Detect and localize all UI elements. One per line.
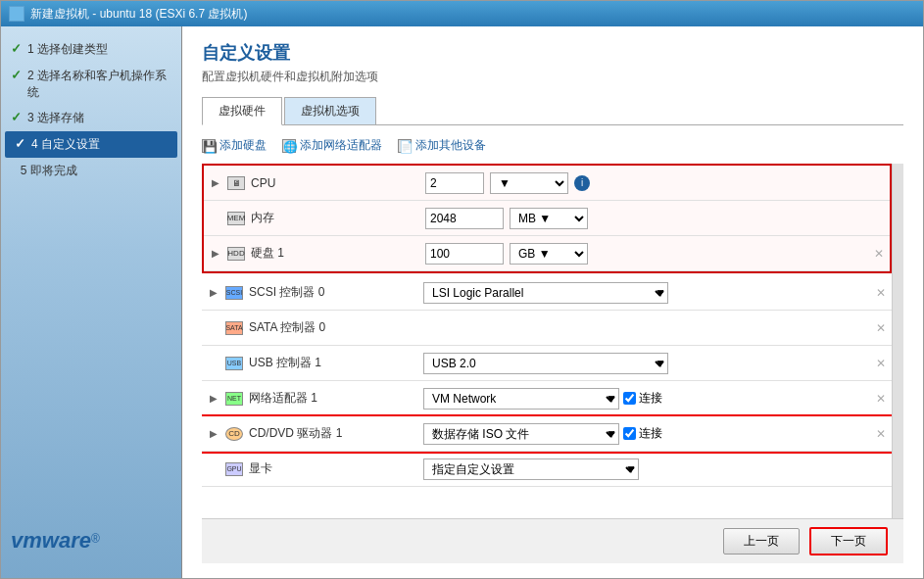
net1-connect-text: 连接 [639, 390, 662, 407]
hw-row-net1: ▶ NET 网络适配器 1 VM Network ▼ 连接 [202, 381, 892, 416]
prev-button[interactable]: 上一页 [723, 528, 800, 555]
cd1-remove[interactable]: ✕ [870, 427, 892, 441]
cpu-input[interactable] [425, 172, 484, 194]
footer: 上一页 下一页 [202, 518, 903, 563]
tab-vm-options[interactable]: 虚拟机选项 [284, 97, 376, 124]
add-disk-button[interactable]: 💾 添加硬盘 [202, 137, 267, 154]
usb1-remove[interactable]: ✕ [870, 357, 892, 370]
cd1-text: CD/DVD 驱动器 1 [249, 425, 342, 442]
disk1-text: 硬盘 1 [251, 245, 284, 262]
net1-icon: NET [225, 392, 243, 406]
usb1-select[interactable]: USB 2.0 [423, 353, 668, 374]
step5-label: 5 即将完成 [21, 163, 77, 179]
net1-select[interactable]: VM Network [423, 388, 619, 410]
usb1-value: USB 2.0 ▼ [417, 349, 870, 378]
hw-row-disk1: ▶ HDD 硬盘 1 GB ▼ ✕ [204, 236, 890, 271]
memory-icon: MEM [227, 212, 245, 225]
step4-label: 4 自定义设置 [31, 136, 100, 153]
scsi0-remove[interactable]: ✕ [870, 286, 892, 300]
disk1-value: GB ▼ [419, 239, 868, 268]
cd1-icon: CD [225, 427, 243, 441]
net1-value: VM Network ▼ 连接 [417, 384, 870, 413]
scsi0-select[interactable]: LSI Logic Parallel [423, 282, 668, 304]
panel-title: 自定义设置 [202, 41, 903, 65]
cd1-connect-checkbox[interactable] [623, 427, 636, 440]
add-network-label: 添加网络适配器 [300, 137, 382, 154]
sata0-remove[interactable]: ✕ [870, 321, 892, 335]
cd1-connect-label: 连接 [623, 425, 662, 442]
cd1-select[interactable]: 数据存储 ISO 文件 [423, 423, 619, 445]
net1-connect-checkbox[interactable] [623, 392, 636, 405]
cpu-text: CPU [251, 176, 275, 190]
cpu-value: ▼ i [419, 169, 868, 198]
next-button[interactable]: 下一页 [809, 527, 888, 555]
disk1-expand[interactable]: ▶ [212, 248, 219, 259]
sata0-text: SATA 控制器 0 [249, 319, 325, 336]
hw-row-memory: ▶ MEM 内存 MB ▼ [204, 201, 890, 236]
step4-check: ✓ [15, 136, 25, 151]
gpu-value: 指定自定义设置 ▼ [417, 455, 870, 484]
gpu-label: ▶ GPU 显卡 [202, 457, 417, 481]
window-icon [9, 6, 24, 22]
scsi0-value: LSI Logic Parallel ▼ [417, 278, 870, 308]
step1-label: 1 选择创建类型 [27, 41, 108, 58]
sidebar-item-step1[interactable]: ✓ 1 选择创建类型 [1, 36, 181, 63]
cpu-label: ▶ 🖥 CPU [204, 172, 419, 194]
net1-remove[interactable]: ✕ [870, 392, 892, 406]
cpu-icon: 🖥 [227, 176, 245, 190]
step1-check: ✓ [11, 41, 22, 56]
usb1-label: ▶ USB USB 控制器 1 [202, 351, 417, 375]
hw-row-usb1: ▶ USB USB 控制器 1 USB 2.0 ▼ ✕ [202, 346, 892, 381]
sidebar-item-step5[interactable]: 5 即将完成 [1, 158, 181, 184]
disk1-unit-select[interactable]: GB ▼ [510, 243, 588, 265]
cd1-expand[interactable]: ▶ [210, 428, 218, 439]
memory-unit-select[interactable]: MB ▼ [510, 208, 588, 229]
memory-input[interactable] [425, 208, 504, 229]
vmware-logo: vmware® [1, 513, 181, 568]
scrollbar[interactable] [892, 164, 903, 518]
add-network-button[interactable]: 🌐 添加网络适配器 [282, 137, 382, 154]
usb1-icon: USB [225, 357, 243, 370]
gpu-icon: GPU [225, 462, 243, 476]
sidebar-item-step4[interactable]: ✓ 4 自定义设置 [5, 131, 177, 158]
hw-row-cpu: ▶ 🖥 CPU ▼ i [204, 166, 890, 201]
title-bar: 新建虚拟机 - ubuntu 18 (ESXi 6.7 虚拟机) [1, 1, 923, 26]
usb1-text: USB 控制器 1 [249, 355, 321, 371]
sata0-label: ▶ SATA SATA 控制器 0 [202, 315, 417, 340]
hw-row-sata0: ▶ SATA SATA 控制器 0 ✕ [202, 311, 892, 346]
add-disk-icon: 💾 [202, 139, 216, 153]
gpu-text: 显卡 [249, 460, 272, 477]
sata0-icon: SATA [225, 321, 243, 335]
step3-check: ✓ [11, 110, 22, 124]
net1-label: ▶ NET 网络适配器 1 [202, 386, 417, 410]
hw-row-cd1: ▶ CD CD/DVD 驱动器 1 数据存储 ISO 文件 ▼ 连接 [202, 416, 892, 452]
cd1-connect-text: 连接 [639, 425, 662, 442]
sidebar-item-step3[interactable]: ✓ 3 选择存储 [1, 105, 181, 131]
step5-check [11, 163, 15, 177]
cpu-expand[interactable]: ▶ [212, 177, 219, 188]
cpu-select[interactable]: ▼ [490, 172, 568, 194]
add-disk-label: 添加硬盘 [219, 137, 267, 154]
hardware-table: ▶ 🖥 CPU ▼ i [202, 164, 903, 518]
tab-virtual-hardware[interactable]: 虚拟硬件 [202, 97, 282, 125]
sidebar-item-step2[interactable]: ✓ 2 选择名称和客户机操作系统 [1, 63, 181, 106]
right-panel: 自定义设置 配置虚拟机硬件和虚拟机附加选项 虚拟硬件 虚拟机选项 💾 添加硬盘 … [182, 26, 923, 578]
step2-label: 2 选择名称和客户机操作系统 [27, 68, 171, 101]
net1-expand[interactable]: ▶ [210, 393, 218, 404]
cpu-info-icon[interactable]: i [574, 175, 590, 191]
add-other-label: 添加其他设备 [415, 137, 486, 154]
hw-row-gpu: ▶ GPU 显卡 指定自定义设置 ▼ [202, 452, 892, 487]
disk1-input[interactable] [425, 243, 504, 265]
disk1-label: ▶ HDD 硬盘 1 [204, 241, 419, 265]
cd1-value: 数据存储 ISO 文件 ▼ 连接 [417, 419, 870, 449]
panel-subtitle: 配置虚拟机硬件和虚拟机附加选项 [202, 69, 903, 85]
disk1-remove[interactable]: ✕ [868, 247, 890, 261]
scsi0-icon: SCSI [225, 286, 243, 300]
gpu-select[interactable]: 指定自定义设置 [423, 458, 639, 480]
memory-value: MB ▼ [419, 204, 868, 233]
hw-row-scsi0: ▶ SCSI SCSI 控制器 0 LSI Logic Parallel ▼ ✕ [202, 275, 892, 311]
add-other-button[interactable]: 📄 添加其他设备 [398, 137, 486, 154]
scsi0-expand[interactable]: ▶ [210, 287, 218, 298]
memory-label: ▶ MEM 内存 [204, 206, 419, 230]
net1-connect-label: 连接 [623, 390, 662, 407]
